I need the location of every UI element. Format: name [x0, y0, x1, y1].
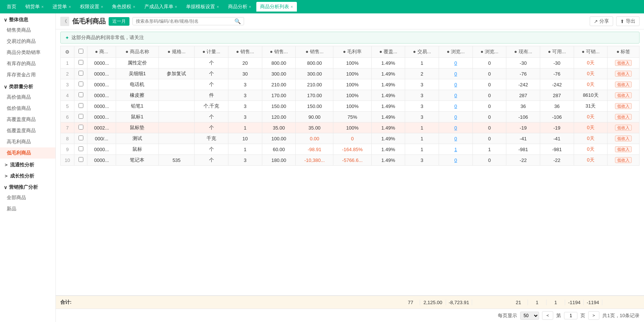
cell-check[interactable] [74, 144, 87, 155]
export-button[interactable]: ⬆ 导出 [616, 16, 640, 26]
col-header-unit[interactable]: ● 计量... [195, 46, 228, 58]
search-icon[interactable]: 🔍 [234, 18, 241, 24]
nav-role-close[interactable]: × [133, 4, 135, 9]
nav-product-analysis-close[interactable]: × [249, 4, 251, 9]
nav-product-entry[interactable]: 产成品入库单 × [141, 2, 181, 12]
nav-permission[interactable]: 权限设置 × [76, 2, 107, 12]
cell-sales-qty: 30 [228, 68, 262, 79]
cell-current-stock: -30 [506, 58, 540, 68]
col-header-sales-amount[interactable]: ● 销售... [296, 46, 333, 58]
cell-view2: 0 [472, 79, 506, 90]
cell-view1[interactable]: 0 [439, 112, 473, 122]
cell-view1[interactable]: 0 [439, 68, 473, 79]
row-checkbox[interactable] [79, 136, 83, 140]
nav-home[interactable]: 首页 [3, 2, 20, 12]
nav-template-close[interactable]: × [217, 4, 219, 9]
row-checkbox[interactable] [79, 125, 83, 130]
cell-view2: 0 [472, 122, 506, 133]
col-header-name[interactable]: ● 商品名称 [116, 46, 159, 58]
nav-purchase[interactable]: 进货单 × [49, 2, 74, 12]
row-checkbox[interactable] [79, 157, 83, 162]
nav-product-analysis-list[interactable]: 商品分析列表 × [256, 2, 297, 12]
table-wrapper[interactable]: ⚙ ● 商... ● 商品名称 ● 规格... ● 计量... ● 销售... … [60, 46, 640, 295]
sidebar-item-stocked-goods[interactable]: 有库存的商品 [0, 58, 55, 69]
sidebar-item-low-gross[interactable]: 低毛利商品 [0, 147, 55, 159]
row-checkbox[interactable] [79, 146, 83, 151]
col-header-settings[interactable]: ⚙ [61, 46, 74, 58]
collapse-sidebar-button[interactable]: 《 [60, 17, 69, 26]
nav-purchase-close[interactable]: × [68, 4, 71, 9]
row-checkbox[interactable] [79, 103, 83, 108]
sidebar-item-high-gross[interactable]: 高毛利商品 [0, 136, 55, 147]
col-header-saleable[interactable]: ● 可销... [574, 46, 608, 58]
col-header-spec[interactable]: ● 规格... [158, 46, 195, 58]
cell-view1[interactable]: 0 [439, 155, 473, 166]
select-all-checkbox[interactable] [79, 49, 83, 54]
nav-sales-close[interactable]: × [41, 4, 44, 9]
prev-page-button[interactable]: ＜ [542, 311, 553, 320]
row-checkbox[interactable] [79, 71, 83, 76]
cell-view1[interactable]: 1 [439, 144, 473, 155]
cell-check[interactable] [74, 90, 87, 101]
cell-view1[interactable]: 0 [439, 79, 473, 90]
col-header-sales-qty[interactable]: ● 销售... [228, 46, 262, 58]
col-header-code[interactable]: ● 商... [87, 46, 116, 58]
cell-check[interactable] [74, 58, 87, 68]
table-row: 9 0000... 鼠标 个 1 60.00 -98.91 -164.85% 1… [61, 144, 640, 155]
page-input[interactable] [564, 312, 577, 319]
cell-check[interactable] [74, 79, 87, 90]
col-header-check[interactable] [74, 46, 87, 58]
cell-view1[interactable]: 0 [439, 90, 473, 101]
col-header-gross-rate[interactable]: ● 毛利率 [333, 46, 371, 58]
search-input[interactable] [136, 19, 232, 24]
filter-recent-month-button[interactable]: 近一月 [109, 17, 129, 26]
cell-sales-qty: 3 [228, 112, 262, 122]
col-header-coverage[interactable]: ● 覆盖... [371, 46, 405, 58]
nav-product-entry-close[interactable]: × [175, 4, 177, 9]
row-checkbox[interactable] [79, 114, 83, 119]
nav-product-analysis-list-close[interactable]: × [291, 4, 293, 9]
sidebar-item-new-goods[interactable]: 新品 [0, 203, 55, 214]
sidebar-item-high-coverage[interactable]: 高覆盖度商品 [0, 114, 55, 125]
nav-sales[interactable]: 销货单 × [22, 2, 47, 12]
cell-view1[interactable]: 0 [439, 133, 473, 144]
nav-permission-close[interactable]: × [101, 4, 103, 9]
per-page-select[interactable]: 50 20 100 [520, 312, 539, 320]
sidebar-item-all-goods[interactable]: 全部商品 [0, 192, 55, 203]
sidebar-item-low-value[interactable]: 低价值商品 [0, 103, 55, 114]
search-box[interactable]: 🔍 [132, 17, 244, 25]
cell-check[interactable] [74, 112, 87, 122]
col-header-current-stock[interactable]: ● 现有... [506, 46, 540, 58]
sidebar-group-growth[interactable]: ＞ 成长性分析 [0, 170, 55, 181]
cell-check[interactable] [74, 155, 87, 166]
cell-check[interactable] [74, 133, 87, 144]
col-header-sales-price[interactable]: ● 销售... [262, 46, 296, 58]
row-checkbox[interactable] [79, 82, 83, 86]
sidebar-item-stock-funds[interactable]: 库存资金占用 [0, 69, 55, 80]
sidebar-item-low-coverage[interactable]: 低覆盖度商品 [0, 125, 55, 136]
row-checkbox[interactable] [79, 60, 83, 65]
cell-view1[interactable]: 0 [439, 58, 473, 68]
nav-template[interactable]: 单据模板设置 × [182, 2, 222, 12]
next-page-button[interactable]: ＞ [588, 311, 599, 320]
row-checkbox[interactable] [79, 92, 83, 97]
nav-product-analysis[interactable]: 商品分析 × [224, 2, 255, 12]
sidebar-group-circulation[interactable]: ＞ 流通性分析 [0, 159, 55, 170]
cell-view1[interactable]: 0 [439, 101, 473, 112]
col-header-tag[interactable]: ● 标签 [608, 46, 640, 58]
col-header-trade-count[interactable]: ● 交易... [405, 46, 439, 58]
col-header-available[interactable]: ● 可用... [540, 46, 574, 58]
cell-check[interactable] [74, 101, 87, 112]
share-button[interactable]: ↗ 分享 [590, 16, 613, 26]
cell-check[interactable] [74, 122, 87, 133]
cell-check[interactable] [74, 68, 87, 79]
sidebar-item-category-rate[interactable]: 商品分类助销率 [0, 47, 55, 58]
cell-view1[interactable]: 0 [439, 122, 473, 133]
sidebar-item-sales-goods[interactable]: 销售类商品 [0, 25, 55, 36]
sidebar-item-traded-goods[interactable]: 交易过的商品 [0, 36, 55, 47]
col-header-view2[interactable]: ● 浏览... [472, 46, 506, 58]
cell-name: 鼠标垫 [116, 122, 159, 133]
col-header-view1[interactable]: ● 浏览... [439, 46, 473, 58]
nav-role[interactable]: 角色授权 × [108, 2, 139, 12]
sidebar-item-high-value[interactable]: 高价值商品 [0, 92, 55, 103]
